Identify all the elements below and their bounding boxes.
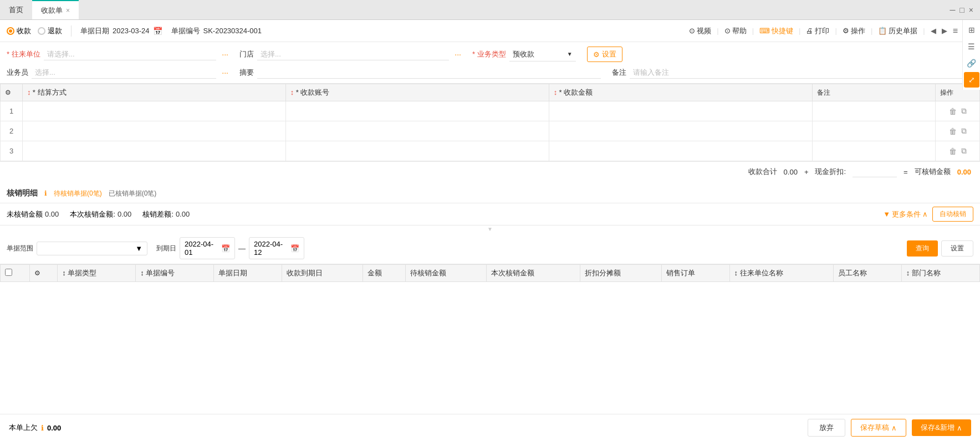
sidebar-attachment-icon[interactable]: 🔗: [964, 55, 979, 71]
row-2-actions: 🗑 ⧉: [936, 121, 980, 141]
row-3-settlement[interactable]: [23, 141, 286, 161]
radio-receipt-label: 收款: [17, 26, 31, 36]
counterparty-input[interactable]: [44, 48, 217, 60]
counterparty-field: 往来单位 ···: [7, 48, 228, 60]
row-2-account[interactable]: [285, 121, 549, 141]
filter-settings-button[interactable]: 设置: [941, 240, 973, 257]
help-btn[interactable]: ⊙ 帮助: [724, 26, 747, 36]
salesperson-more-icon[interactable]: ···: [222, 68, 228, 77]
main-container: 收款 退款 单据日期 2023-03-24 📅 单据编号 SK-20230324…: [0, 20, 980, 441]
row-1-account[interactable]: [285, 101, 549, 121]
tab-receipt[interactable]: 收款单 ×: [32, 0, 79, 19]
store-input[interactable]: [257, 48, 449, 60]
range-filter: 单据范围 ▼: [7, 242, 147, 255]
row-3-amount[interactable]: [549, 141, 812, 161]
tab-bar: 首页 收款单 × ─ □ ×: [0, 0, 980, 20]
row-1-copy-icon[interactable]: ⧉: [961, 106, 967, 116]
tab-close-icon[interactable]: ×: [66, 7, 70, 14]
auto-hexiao-button[interactable]: 自动核销: [932, 207, 973, 222]
tab-home[interactable]: 首页: [0, 0, 32, 19]
layout-list-icon[interactable]: ≡: [953, 26, 958, 36]
summary-input[interactable]: [257, 66, 601, 79]
row-2-delete-icon[interactable]: 🗑: [949, 127, 957, 136]
row-3-num: 3: [1, 141, 23, 161]
current-stat: 本次核销金额: 0.00: [70, 209, 131, 219]
row-3-delete-icon[interactable]: 🗑: [949, 147, 957, 156]
row-2-amount[interactable]: [549, 121, 812, 141]
abandon-button[interactable]: 放弃: [808, 419, 845, 437]
nav-prev-icon[interactable]: ◀: [931, 27, 936, 35]
receipt-refund-toggle: 收款 退款: [7, 26, 62, 36]
maximize-icon[interactable]: □: [959, 6, 964, 14]
col-checkbox-header[interactable]: [1, 265, 30, 282]
header-toolbar: 收款 退款 单据日期 2023-03-24 📅 单据编号 SK-20230324…: [0, 20, 980, 42]
date-to-input[interactable]: 2022-04-12 📅: [249, 237, 304, 259]
video-label: 视频: [697, 26, 711, 36]
sidebar-list-icon[interactable]: ☰: [964, 39, 979, 54]
print-btn[interactable]: 🖨 打印: [806, 26, 829, 36]
shortcut-label: 快捷键: [772, 26, 793, 36]
filter-row: 单据范围 ▼ 到期日 2022-04-01 📅 — 2022-04-12 📅: [0, 233, 980, 264]
save-draft-button[interactable]: 保存草稿 ∧: [851, 419, 906, 437]
counterparty-label: 往来单位: [7, 49, 40, 59]
row-2-settlement[interactable]: [23, 121, 286, 141]
row-2-copy-icon[interactable]: ⧉: [961, 126, 967, 136]
row-3-remarks[interactable]: [812, 141, 935, 161]
row-1-remarks[interactable]: [812, 101, 935, 121]
business-type-select[interactable]: 预收款 ▼: [509, 48, 576, 61]
history-btn[interactable]: 📋 历史单据: [878, 26, 917, 36]
more-conditions-label: 更多条件: [892, 209, 921, 219]
date-to-value: 2022-04-12: [254, 240, 290, 257]
minimize-icon[interactable]: ─: [950, 6, 955, 14]
diff-label: 核销差额:: [142, 209, 173, 219]
remarks-input[interactable]: [630, 66, 973, 79]
sidebar-expand-icon[interactable]: ⤢: [964, 72, 979, 88]
more-conditions-btn[interactable]: ▼ 更多条件 ∧: [883, 209, 928, 219]
hexiao-section: 核销明细 ℹ 待核销单据(0笔) 已核销单据(0笔) 未核销金额 0.00 本次…: [0, 184, 980, 414]
select-all-checkbox[interactable]: [5, 269, 12, 276]
counterparty-more-icon[interactable]: ···: [222, 50, 228, 59]
date-calendar-icon[interactable]: 📅: [153, 27, 162, 35]
col-due-date: 收款到期日: [282, 265, 363, 282]
operations-btn[interactable]: ⚙ 操作: [843, 26, 865, 36]
row-3-account[interactable]: [285, 141, 549, 161]
sidebar-table-icon[interactable]: ⊞: [964, 22, 979, 38]
row-2-num: 2: [1, 121, 23, 141]
close-window-icon[interactable]: ×: [969, 6, 973, 14]
unchecked-value: 0.00: [45, 210, 59, 218]
balance-info-icon[interactable]: ℹ: [41, 424, 44, 432]
row-3-copy-icon[interactable]: ⧉: [961, 146, 967, 156]
shortcut-btn[interactable]: ⌨ 快捷键: [759, 26, 793, 36]
settings-button[interactable]: ⚙ 设置: [587, 47, 622, 62]
settings-label: 设置: [602, 49, 616, 59]
hexiao-info-icon[interactable]: ℹ: [44, 189, 47, 197]
discount-input[interactable]: [853, 166, 897, 177]
unchecked-stat: 未核销金额 0.00: [7, 209, 59, 219]
radio-receipt[interactable]: 收款: [7, 26, 31, 36]
summary-field: 摘要: [239, 66, 601, 79]
table-gear-header[interactable]: ⚙: [1, 84, 23, 101]
nav-next-icon[interactable]: ▶: [942, 27, 947, 35]
query-button[interactable]: 查询: [907, 240, 938, 257]
row-1-delete-icon[interactable]: 🗑: [949, 107, 957, 116]
bottom-gear-header[interactable]: ⚙: [30, 265, 58, 282]
bottom-table: ⚙ ↕ 单据类型 ↕ 单据编号 单据日期 收款到期日: [0, 264, 980, 282]
save-new-button[interactable]: 保存&新增 ∧: [912, 419, 971, 436]
row-1-settlement[interactable]: [23, 101, 286, 121]
store-label: 门店: [239, 49, 254, 59]
salesperson-input[interactable]: [32, 66, 216, 79]
row-2-remarks[interactable]: [812, 121, 935, 141]
radio-refund[interactable]: 退款: [38, 26, 62, 36]
row-1-amount[interactable]: [549, 101, 812, 121]
hexiao-completed-tab[interactable]: 已核销单据(0笔): [109, 189, 157, 198]
number-label: 单据编号: [171, 26, 200, 36]
tab-receipt-label: 收款单: [41, 6, 63, 16]
date-from-input[interactable]: 2022-04-01 📅: [180, 237, 235, 259]
range-select[interactable]: ▼: [37, 242, 147, 255]
video-btn[interactable]: ⊙ 视频: [689, 26, 711, 36]
summary-label: 摘要: [239, 68, 254, 78]
save-draft-chevron: ∧: [891, 424, 897, 432]
hexiao-pending-tab[interactable]: 待核销单据(0笔): [54, 189, 102, 198]
footer-left: 本单上欠 ℹ 0.00: [9, 423, 61, 433]
store-more-icon[interactable]: ···: [455, 50, 461, 59]
